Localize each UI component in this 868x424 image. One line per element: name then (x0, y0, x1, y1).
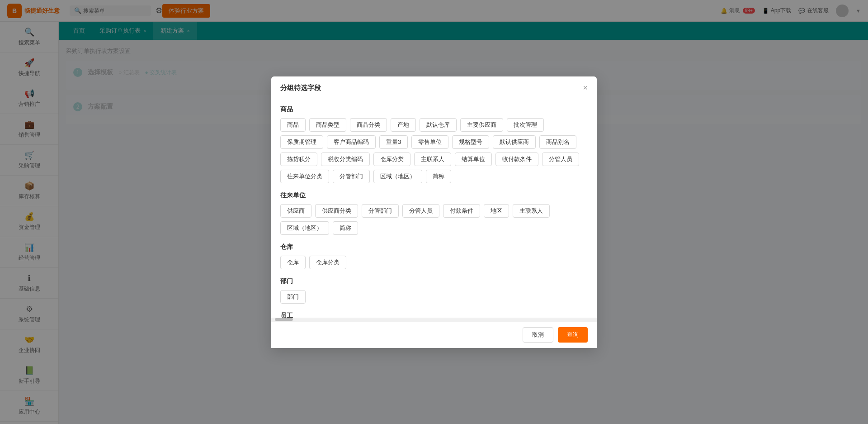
confirm-button[interactable]: 查询 (558, 327, 588, 343)
field-group-title-0: 商品 (280, 105, 588, 114)
field-tags-2: 仓库仓库分类 (280, 256, 588, 269)
field-tag-0-6[interactable]: 批次管理 (507, 118, 544, 132)
field-group-title-2: 仓库 (280, 243, 588, 251)
field-group-title-4: 员工 (280, 312, 588, 318)
field-tag-1-2[interactable]: 分管部门 (362, 204, 399, 218)
modal-horizontal-scrollbar[interactable] (271, 318, 597, 321)
field-tag-0-15[interactable]: 税收分类编码 (321, 152, 370, 166)
field-tag-0-5[interactable]: 主要供应商 (460, 118, 503, 132)
field-tag-0-4[interactable]: 默认仓库 (420, 118, 457, 132)
modal-close-button[interactable]: × (583, 84, 588, 92)
modal-body[interactable]: 商品商品商品类型商品分类产地默认仓库主要供应商批次管理保质期管理客户商品编码重量… (271, 98, 597, 318)
field-tag-1-1[interactable]: 供应商分类 (315, 204, 358, 218)
field-select-modal: 分组待选字段 × 商品商品商品类型商品分类产地默认仓库主要供应商批次管理保质期管… (271, 76, 597, 348)
field-tag-0-21[interactable]: 往来单位分类 (280, 170, 329, 183)
field-tag-0-9[interactable]: 重量3 (379, 135, 408, 149)
field-group-4: 员工业务员 (280, 312, 588, 318)
field-tag-0-7[interactable]: 保质期管理 (280, 135, 323, 149)
modal-footer: 取消 查询 (271, 321, 597, 348)
field-group-1: 往来单位供应商供应商分类分管部门分管人员付款条件地区主联系人区域（地区）简称 (280, 191, 588, 235)
field-tag-1-7[interactable]: 区域（地区） (280, 221, 329, 235)
field-tags-1: 供应商供应商分类分管部门分管人员付款条件地区主联系人区域（地区）简称 (280, 204, 588, 235)
field-tag-0-12[interactable]: 默认供应商 (493, 135, 536, 149)
field-tag-0-24[interactable]: 简称 (426, 170, 451, 183)
field-tag-0-10[interactable]: 零售单位 (411, 135, 448, 149)
field-tag-0-23[interactable]: 区域（地区） (373, 170, 422, 183)
field-tag-2-1[interactable]: 仓库分类 (309, 256, 346, 269)
field-tag-1-4[interactable]: 付款条件 (443, 204, 480, 218)
field-group-0: 商品商品商品类型商品分类产地默认仓库主要供应商批次管理保质期管理客户商品编码重量… (280, 105, 588, 183)
field-tag-0-19[interactable]: 收付款条件 (495, 152, 538, 166)
field-tag-0-22[interactable]: 分管部门 (333, 170, 370, 183)
field-tag-1-5[interactable]: 地区 (484, 204, 509, 218)
field-tag-0-14[interactable]: 拣货积分 (280, 152, 317, 166)
field-tag-1-0[interactable]: 供应商 (280, 204, 311, 218)
field-tag-0-16[interactable]: 仓库分类 (373, 152, 410, 166)
field-tag-0-0[interactable]: 商品 (280, 118, 306, 132)
modal-overlay: 分组待选字段 × 商品商品商品类型商品分类产地默认仓库主要供应商批次管理保质期管… (0, 0, 868, 424)
field-group-2: 仓库仓库仓库分类 (280, 243, 588, 269)
field-tag-0-8[interactable]: 客户商品编码 (327, 135, 376, 149)
field-tag-0-3[interactable]: 产地 (391, 118, 416, 132)
field-tag-0-13[interactable]: 商品别名 (539, 135, 576, 149)
field-tag-1-6[interactable]: 主联系人 (513, 204, 550, 218)
field-tag-2-0[interactable]: 仓库 (280, 256, 306, 269)
field-tag-3-0[interactable]: 部门 (280, 290, 306, 304)
field-group-3: 部门部门 (280, 277, 588, 304)
modal-header: 分组待选字段 × (271, 76, 597, 98)
field-tag-0-1[interactable]: 商品类型 (309, 118, 346, 132)
field-tag-0-18[interactable]: 结算单位 (455, 152, 492, 166)
field-tag-0-20[interactable]: 分管人员 (542, 152, 579, 166)
field-tags-0: 商品商品类型商品分类产地默认仓库主要供应商批次管理保质期管理客户商品编码重量3零… (280, 118, 588, 183)
field-tag-0-2[interactable]: 商品分类 (350, 118, 387, 132)
field-tags-3: 部门 (280, 290, 588, 304)
field-tag-1-3[interactable]: 分管人员 (402, 204, 439, 218)
field-group-title-3: 部门 (280, 277, 588, 286)
modal-title: 分组待选字段 (280, 84, 321, 92)
field-group-title-1: 往来单位 (280, 191, 588, 200)
cancel-button[interactable]: 取消 (523, 327, 553, 343)
field-tag-0-11[interactable]: 规格型号 (452, 135, 489, 149)
field-tag-1-8[interactable]: 简称 (333, 221, 358, 235)
field-tag-0-17[interactable]: 主联系人 (414, 152, 451, 166)
